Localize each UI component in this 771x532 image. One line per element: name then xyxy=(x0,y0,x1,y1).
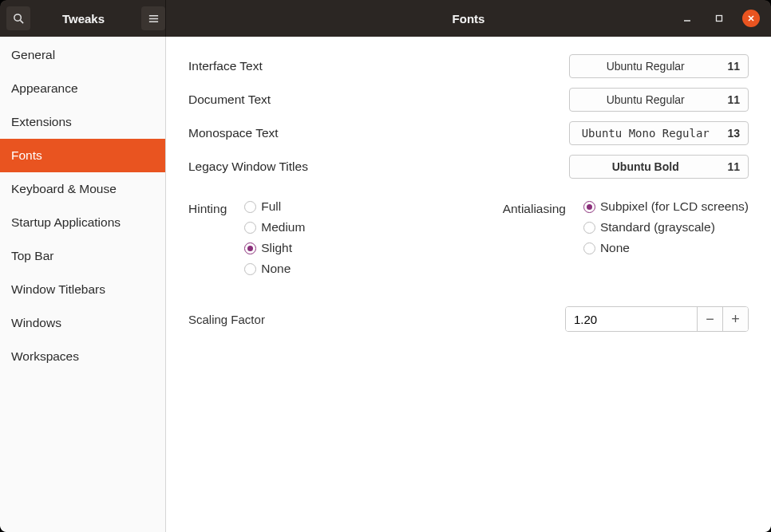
radio-icon xyxy=(244,222,256,234)
font-row: Legacy Window TitlesUbuntu Bold11 xyxy=(188,155,749,179)
app-title: Tweaks xyxy=(30,12,141,26)
sidebar-item-startup-applications[interactable]: Startup Applications xyxy=(0,206,165,239)
window: Tweaks Fonts GeneralAppearanceExtensions… xyxy=(0,0,771,532)
svg-point-0 xyxy=(14,14,20,20)
antialiasing-label: Antialiasing xyxy=(503,199,566,216)
radio-label: Standard (grayscale) xyxy=(600,220,715,234)
page-title: Fonts xyxy=(453,12,485,26)
scaling-spinbutton: − + xyxy=(565,306,749,332)
hinting-option[interactable]: Slight xyxy=(244,241,305,255)
plus-icon: + xyxy=(731,311,740,328)
svg-line-1 xyxy=(20,20,23,23)
radio-icon xyxy=(583,242,595,254)
font-size: 11 xyxy=(727,93,740,106)
radio-label: Subpixel (for LCD screens) xyxy=(600,199,749,214)
sidebar-item-workspaces[interactable]: Workspaces xyxy=(0,340,165,373)
hinting-options: FullMediumSlightNone xyxy=(244,199,305,276)
antialiasing-option[interactable]: Standard (grayscale) xyxy=(583,220,749,234)
font-picker-button[interactable]: Ubuntu Mono Regular13 xyxy=(569,121,749,145)
font-picker-button[interactable]: Ubuntu Bold11 xyxy=(569,155,749,179)
close-icon xyxy=(747,14,755,22)
body: GeneralAppearanceExtensionsFontsKeyboard… xyxy=(0,37,771,532)
antialiasing-option[interactable]: None xyxy=(583,241,749,255)
minimize-icon xyxy=(683,14,691,22)
maximize-icon xyxy=(715,14,723,22)
radio-label: None xyxy=(600,241,630,255)
sidebar-item-top-bar[interactable]: Top Bar xyxy=(0,239,165,273)
radio-icon xyxy=(244,201,256,213)
font-row-label: Monospace Text xyxy=(188,126,279,140)
sidebar: GeneralAppearanceExtensionsFontsKeyboard… xyxy=(0,37,166,532)
radio-label: Medium xyxy=(261,220,305,234)
font-row-label: Document Text xyxy=(188,93,271,107)
hinting-group: Hinting FullMediumSlightNone xyxy=(188,199,305,276)
minus-icon: − xyxy=(706,311,714,328)
font-row-label: Legacy Window Titles xyxy=(188,160,308,174)
sidebar-item-general[interactable]: General xyxy=(0,38,165,72)
radio-icon xyxy=(583,222,595,234)
headerbar-right: Fonts xyxy=(166,0,771,37)
font-size: 13 xyxy=(727,127,740,140)
hinting-option[interactable]: Full xyxy=(244,199,305,214)
font-name: Ubuntu Bold xyxy=(578,160,713,173)
sidebar-item-appearance[interactable]: Appearance xyxy=(0,72,165,105)
antialiasing-group: Antialiasing Subpixel (for LCD screens)S… xyxy=(503,199,749,276)
font-row: Interface TextUbuntu Regular11 xyxy=(188,54,749,78)
headerbar-left: Tweaks xyxy=(0,0,166,37)
font-name: Ubuntu Regular xyxy=(578,60,713,73)
radio-icon xyxy=(244,242,256,254)
search-icon xyxy=(13,13,25,25)
font-picker-button[interactable]: Ubuntu Regular11 xyxy=(569,88,749,112)
radio-label: Slight xyxy=(261,241,292,255)
font-size: 11 xyxy=(727,60,740,73)
headerbar: Tweaks Fonts xyxy=(0,0,771,37)
scaling-input[interactable] xyxy=(566,307,697,331)
font-row-label: Interface Text xyxy=(188,59,263,73)
font-row: Monospace TextUbuntu Mono Regular13 xyxy=(188,121,749,145)
window-controls xyxy=(678,10,771,27)
search-button[interactable] xyxy=(6,6,30,30)
sidebar-item-windows[interactable]: Windows xyxy=(0,306,165,340)
maximize-button[interactable] xyxy=(710,10,728,27)
main-content: Interface TextUbuntu Regular11Document T… xyxy=(166,37,771,532)
minimize-button[interactable] xyxy=(678,10,696,27)
hinting-option[interactable]: None xyxy=(244,262,305,276)
scaling-row: Scaling Factor − + xyxy=(188,306,749,332)
font-size: 11 xyxy=(727,160,740,173)
font-picker-button[interactable]: Ubuntu Regular11 xyxy=(569,54,749,78)
antialiasing-option[interactable]: Subpixel (for LCD screens) xyxy=(583,199,749,214)
radio-label: None xyxy=(261,262,291,276)
scaling-label: Scaling Factor xyxy=(188,313,265,326)
font-name: Ubuntu Mono Regular xyxy=(578,127,713,140)
sidebar-item-extensions[interactable]: Extensions xyxy=(0,105,165,139)
sidebar-item-window-titlebars[interactable]: Window Titlebars xyxy=(0,273,165,306)
radio-label: Full xyxy=(261,199,281,214)
scaling-increment[interactable]: + xyxy=(722,307,748,331)
scaling-decrement[interactable]: − xyxy=(697,307,722,331)
font-name: Ubuntu Regular xyxy=(578,93,713,106)
antialiasing-options: Subpixel (for LCD screens)Standard (gray… xyxy=(583,199,749,255)
menu-icon xyxy=(148,13,160,25)
svg-rect-6 xyxy=(717,16,722,22)
font-row: Document TextUbuntu Regular11 xyxy=(188,88,749,112)
sidebar-item-keyboard-mouse[interactable]: Keyboard & Mouse xyxy=(0,172,165,206)
radio-icon xyxy=(583,201,595,213)
close-button[interactable] xyxy=(742,10,760,27)
menu-button[interactable] xyxy=(141,6,165,30)
hinting-option[interactable]: Medium xyxy=(244,220,305,234)
radio-section: Hinting FullMediumSlightNone Antialiasin… xyxy=(188,199,749,276)
hinting-label: Hinting xyxy=(188,199,227,216)
radio-icon xyxy=(244,263,256,275)
sidebar-item-fonts[interactable]: Fonts xyxy=(0,139,165,172)
